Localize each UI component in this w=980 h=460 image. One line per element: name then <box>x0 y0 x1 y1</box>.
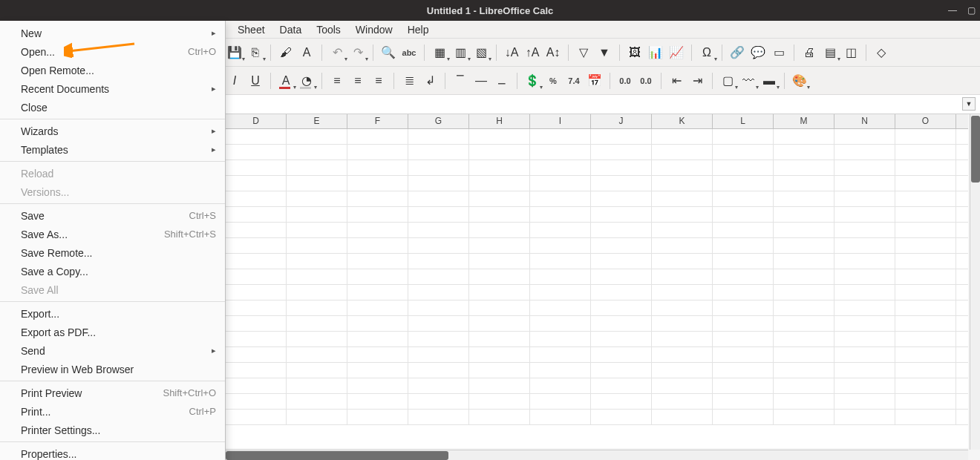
cell[interactable] <box>591 347 652 362</box>
cell[interactable] <box>591 363 652 378</box>
cell[interactable] <box>713 176 774 191</box>
cell[interactable] <box>652 254 713 269</box>
cell[interactable] <box>774 207 834 222</box>
column-header-I[interactable]: I <box>530 114 591 128</box>
file-menu-open[interactable]: Open...Ctrl+O <box>0 42 225 61</box>
cell[interactable] <box>834 223 895 237</box>
add-decimal-icon[interactable]: 0.0 <box>616 72 634 90</box>
cell[interactable] <box>287 145 347 160</box>
cell[interactable] <box>834 410 895 424</box>
cell[interactable] <box>469 394 530 409</box>
cell[interactable] <box>469 269 530 284</box>
cell[interactable] <box>591 145 652 160</box>
cell[interactable] <box>774 238 834 253</box>
cell[interactable] <box>713 223 774 237</box>
file-menu-print[interactable]: Print...Ctrl+P <box>0 402 225 421</box>
cell[interactable] <box>530 176 591 191</box>
column-header-K[interactable]: K <box>652 114 713 128</box>
cell[interactable] <box>226 300 287 315</box>
cell[interactable] <box>591 207 652 222</box>
cell[interactable] <box>469 254 530 269</box>
chart-icon[interactable]: 📊 <box>647 44 664 62</box>
date-icon[interactable]: 📅 <box>586 72 604 90</box>
cell[interactable] <box>226 238 287 253</box>
save-icon[interactable]: 💾 <box>226 44 244 62</box>
cell[interactable] <box>530 410 591 424</box>
cell[interactable] <box>713 347 774 362</box>
cell[interactable] <box>226 332 287 346</box>
file-menu-preview-in-web-browser[interactable]: Preview in Web Browser <box>0 360 225 378</box>
cell[interactable] <box>287 410 347 424</box>
cell[interactable] <box>347 332 408 346</box>
cell[interactable] <box>713 145 774 160</box>
cell[interactable] <box>408 207 469 222</box>
cell[interactable] <box>834 160 895 175</box>
cell[interactable] <box>347 223 408 237</box>
cell[interactable] <box>226 316 287 331</box>
file-menu-print-preview[interactable]: Print PreviewShift+Ctrl+O <box>0 384 225 402</box>
file-menu-save-a-copy[interactable]: Save a Copy... <box>0 262 225 280</box>
cell[interactable] <box>713 129 774 144</box>
cell[interactable] <box>347 145 408 160</box>
file-menu-send[interactable]: Send▸ <box>0 341 225 360</box>
cell[interactable] <box>530 223 591 237</box>
cell[interactable] <box>530 238 591 253</box>
cell[interactable] <box>713 332 774 346</box>
align-top-icon[interactable]: ⎺ <box>451 72 469 90</box>
align-justify-icon[interactable]: ≣ <box>400 72 418 90</box>
cell[interactable] <box>469 300 530 315</box>
cell[interactable] <box>347 238 408 253</box>
cell[interactable] <box>226 347 287 362</box>
cell[interactable] <box>347 316 408 331</box>
cell[interactable] <box>834 363 895 378</box>
align-center-icon[interactable]: ≡ <box>349 72 367 90</box>
cell[interactable] <box>226 285 287 300</box>
cell[interactable] <box>591 160 652 175</box>
cell[interactable] <box>347 254 408 269</box>
cell[interactable] <box>713 285 774 300</box>
column-header-L[interactable]: L <box>713 114 774 128</box>
borders-icon[interactable]: ▢ <box>719 72 736 90</box>
cell[interactable] <box>469 129 530 144</box>
file-menu-save-remote[interactable]: Save Remote... <box>0 243 225 262</box>
cell[interactable] <box>834 238 895 253</box>
cell[interactable] <box>652 316 713 331</box>
cell[interactable] <box>408 347 469 362</box>
cell[interactable] <box>530 378 591 393</box>
cell[interactable] <box>834 285 895 300</box>
cell[interactable] <box>774 394 834 409</box>
comment-icon[interactable]: 💬 <box>749 44 767 62</box>
file-menu-wizards[interactable]: Wizards▸ <box>0 122 225 140</box>
highlight-color-icon[interactable]: ◔ <box>298 72 316 90</box>
wrap-text-icon[interactable]: ↲ <box>421 72 439 90</box>
headers-footers-icon[interactable]: ▭ <box>770 44 788 62</box>
cell[interactable] <box>713 363 774 378</box>
cell[interactable] <box>530 300 591 315</box>
cell[interactable] <box>469 160 530 175</box>
currency-icon[interactable]: 💲 <box>523 72 541 90</box>
column-icon[interactable]: ▥ <box>451 44 469 62</box>
cell[interactable] <box>469 191 530 206</box>
file-menu-templates[interactable]: Templates▸ <box>0 140 225 159</box>
cell[interactable] <box>774 176 834 191</box>
cell[interactable] <box>469 223 530 237</box>
cell[interactable] <box>469 332 530 346</box>
cell[interactable] <box>408 160 469 175</box>
undo-icon[interactable]: ↶ <box>328 44 346 62</box>
file-menu-export-as-pdf[interactable]: Export as PDF... <box>0 323 225 341</box>
file-menu-save[interactable]: SaveCtrl+S <box>0 206 225 225</box>
cell[interactable] <box>895 300 956 315</box>
sort-icon[interactable]: A↕ <box>544 44 562 62</box>
column-header-O[interactable]: O <box>895 114 956 128</box>
cell[interactable] <box>652 285 713 300</box>
maximize-icon[interactable]: ▢ <box>967 5 976 16</box>
conditional-format-icon[interactable]: 🎨 <box>791 72 808 90</box>
column-header-H[interactable]: H <box>469 114 530 128</box>
cell[interactable] <box>774 378 834 393</box>
cell[interactable] <box>652 129 713 144</box>
percent-icon[interactable]: % <box>544 72 562 90</box>
cell[interactable] <box>652 394 713 409</box>
cell[interactable] <box>226 176 287 191</box>
cell[interactable] <box>226 378 287 393</box>
cell[interactable] <box>287 223 347 237</box>
